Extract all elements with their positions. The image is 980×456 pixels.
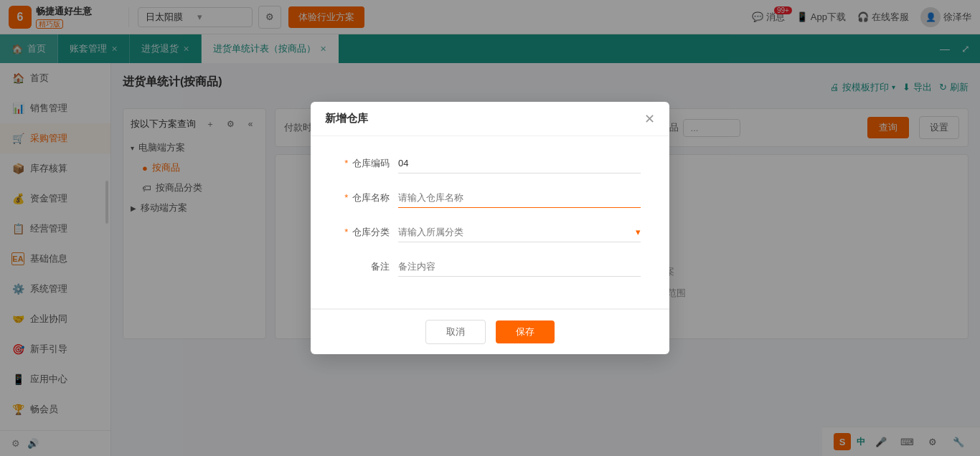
remark-input[interactable] [398,257,641,277]
name-required-star: * [344,192,348,203]
remark-label: 备注 [339,260,390,273]
code-label: * 仓库编码 [339,157,390,170]
name-label: * 仓库名称 [339,191,390,204]
modal-body: * 仓库编码 * 仓库名称 * 仓库分类 [311,136,669,308]
modal-header: 新增仓库 ✕ [311,102,669,136]
code-required-star: * [344,158,348,168]
new-warehouse-modal: 新增仓库 ✕ * 仓库编码 * 仓库名称 [311,102,669,354]
code-input[interactable] [398,153,641,174]
name-form-row: * 仓库名称 [339,188,641,208]
name-input[interactable] [398,188,641,208]
code-form-row: * 仓库编码 [339,153,641,174]
remark-form-row: 备注 [339,257,641,277]
category-required-star: * [344,227,348,237]
cancel-button[interactable]: 取消 [425,320,486,344]
save-button[interactable]: 保存 [496,320,555,343]
modal-title: 新增仓库 [325,112,368,125]
category-select[interactable]: ▾ [398,222,641,242]
modal-overlay: 新增仓库 ✕ * 仓库编码 * 仓库名称 [0,0,980,456]
category-form-row: * 仓库分类 ▾ [339,222,641,242]
category-label: * 仓库分类 [339,226,390,239]
category-chevron-icon: ▾ [636,227,641,237]
modal-footer: 取消 保存 [311,309,669,354]
category-input[interactable] [398,227,636,237]
modal-close-button[interactable]: ✕ [644,113,655,125]
